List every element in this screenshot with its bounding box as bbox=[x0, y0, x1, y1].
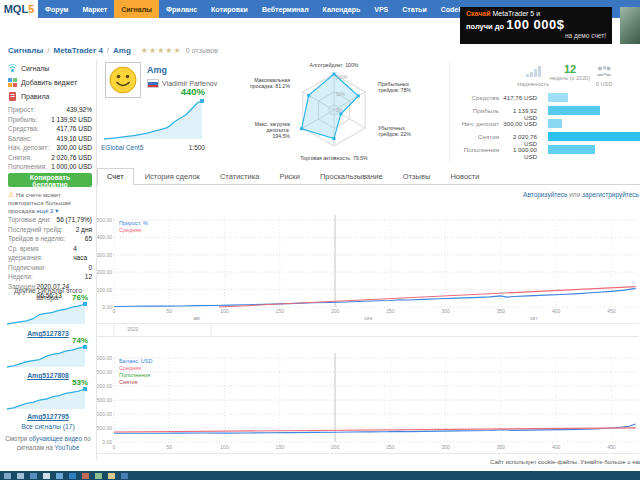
tab-statistics[interactable]: Статистика bbox=[211, 169, 268, 185]
signal-sparkline bbox=[4, 386, 88, 412]
register-link[interactable]: зарегистрируйтесь bbox=[582, 191, 639, 198]
tutorial-video-link[interactable]: обучающее видео bbox=[29, 435, 82, 442]
svg-text:просадка: 81.2%: просадка: 81.2% bbox=[250, 83, 290, 89]
warning-more-link[interactable]: ещё 2 ▾ bbox=[36, 207, 58, 214]
signal-sparkline bbox=[4, 344, 88, 370]
svg-text:0.00: 0.00 bbox=[102, 304, 112, 310]
drawdown-warning: ⚠ На счете может повториться большая про… bbox=[8, 191, 94, 215]
logo-text: MQL bbox=[4, 3, 28, 15]
all-signals-link[interactable]: Все сигналы (17) bbox=[4, 423, 92, 430]
taskbar-icon[interactable] bbox=[17, 473, 24, 479]
growth-sparkline bbox=[101, 98, 205, 142]
signal-sparkline bbox=[4, 301, 88, 327]
taskbar-icon[interactable] bbox=[95, 473, 102, 479]
tab-reviews[interactable]: Отзывы bbox=[394, 169, 439, 185]
mql5-logo[interactable]: MQL5 bbox=[0, 0, 38, 18]
russia-flag-icon bbox=[147, 79, 159, 88]
nav-item-calendar[interactable]: Календарь bbox=[316, 0, 368, 18]
reviews-count: 0 отзывов bbox=[186, 47, 218, 54]
sidebar-item-add-widget[interactable]: Добавить виджет bbox=[8, 76, 77, 88]
divider bbox=[449, 62, 450, 162]
signal-link[interactable]: Amg5127795 bbox=[4, 413, 92, 420]
svg-text:2020: 2020 bbox=[127, 326, 138, 332]
svg-text:150: 150 bbox=[276, 308, 285, 314]
svg-text:окт: окт bbox=[530, 315, 538, 321]
login-link[interactable]: Авторизуйтесь bbox=[523, 191, 567, 198]
svg-text:0.00: 0.00 bbox=[102, 439, 112, 445]
stat-row: Средства:417,76 USD bbox=[8, 124, 92, 134]
metatrader-ad-banner[interactable]: Скачай MetaTrader 5 и получи до 100 000$… bbox=[460, 7, 612, 44]
svg-text:400: 400 bbox=[552, 308, 561, 314]
nav-item-vps[interactable]: VPS bbox=[367, 0, 395, 18]
cookie-notice: Сайт использует cookie-файлы. Узнайте бо… bbox=[490, 459, 640, 465]
youtube-link[interactable]: YouTube bbox=[55, 444, 80, 451]
svg-text:100: 100 bbox=[220, 308, 229, 314]
rules-icon bbox=[8, 92, 17, 101]
nav-item-signals[interactable]: Сигналы bbox=[114, 0, 159, 18]
svg-text:0: 0 bbox=[113, 308, 116, 314]
taskbar-icon[interactable] bbox=[43, 473, 50, 479]
taskbar-icon[interactable] bbox=[121, 473, 128, 479]
reliability-label: Надежность bbox=[513, 81, 553, 88]
sidebar: Сигналы Добавить виджет Правила Прирост:… bbox=[0, 60, 96, 472]
taskbar-icon[interactable] bbox=[56, 473, 63, 479]
breadcrumb-mt4[interactable]: MetaTrader 4 bbox=[53, 46, 102, 55]
svg-text:300: 300 bbox=[441, 444, 450, 450]
svg-text:350: 350 bbox=[497, 444, 506, 450]
sidebar-item-label: Сигналы bbox=[21, 65, 49, 72]
svg-text:200: 200 bbox=[331, 308, 340, 314]
svg-text:трейдов: 22%: трейдов: 22% bbox=[378, 131, 411, 137]
svg-text:Средняя: Средняя bbox=[119, 227, 141, 233]
svg-text:150: 150 bbox=[276, 444, 285, 450]
svg-text:300.00: 300.00 bbox=[97, 252, 112, 258]
people-icon bbox=[595, 65, 613, 77]
tab-risks[interactable]: Риски bbox=[270, 169, 308, 185]
withdrawals-bar bbox=[548, 132, 640, 141]
svg-text:500.00: 500.00 bbox=[97, 425, 112, 431]
tab-account[interactable]: Счет bbox=[97, 168, 134, 186]
broker-link[interactable]: EGlobal Cent5 bbox=[101, 144, 143, 151]
svg-text:Торговая активность: 79.5%: Торговая активность: 79.5% bbox=[300, 155, 368, 161]
svg-text:Баланс, USD: Баланс, USD bbox=[119, 358, 152, 364]
deposit-row: Нач. депозит300,00 USD bbox=[451, 118, 640, 130]
tab-trade-history[interactable]: История сделок bbox=[136, 169, 209, 185]
sidebar-item-signals[interactable]: Сигналы bbox=[8, 62, 49, 74]
stat-row: Торговые дни:56 (71,79%) bbox=[8, 215, 92, 225]
nav-item-webterminal[interactable]: Вебтерминал bbox=[255, 0, 316, 18]
stat-row: Ср. время удержания:4 часа bbox=[8, 244, 92, 263]
svg-text:сен: сен bbox=[364, 315, 372, 321]
tab-news[interactable]: Новости bbox=[441, 169, 488, 185]
nav-item-freelance[interactable]: Фриланс bbox=[159, 0, 204, 18]
stat-row: Пополнения:1 000,00 USD bbox=[8, 162, 92, 172]
svg-text:200: 200 bbox=[331, 444, 340, 450]
svg-text:500.00: 500.00 bbox=[97, 217, 112, 223]
taskbar-icon[interactable] bbox=[4, 473, 11, 479]
breadcrumb-separator: / bbox=[47, 46, 49, 55]
nav-item-market[interactable]: Маркет bbox=[75, 0, 114, 18]
taskbar-icon[interactable] bbox=[69, 473, 76, 479]
svg-text:400.00: 400.00 bbox=[97, 234, 112, 240]
sidebar-item-rules[interactable]: Правила bbox=[8, 90, 49, 102]
reliability-icon bbox=[526, 65, 541, 77]
taskbar-icon[interactable] bbox=[108, 473, 115, 479]
ad-thumbnail[interactable] bbox=[620, 7, 640, 44]
svg-text:2 000.00: 2 000.00 bbox=[97, 383, 112, 389]
stat-row: Подписчики:0 bbox=[8, 263, 92, 273]
svg-text:Снятия: Снятия bbox=[119, 379, 138, 385]
taskbar-icon[interactable] bbox=[30, 473, 37, 479]
nav-item-articles[interactable]: Статьи bbox=[395, 0, 433, 18]
widget-icon bbox=[8, 78, 17, 87]
withdrawals-row: Снятия2 020,76 USD bbox=[451, 131, 640, 143]
ad-line2: получи до 100 000$ bbox=[466, 17, 606, 32]
breadcrumb-signal-name[interactable]: Amg bbox=[113, 46, 131, 55]
tab-slippage[interactable]: Проскальзывание bbox=[311, 169, 392, 185]
stat-row: Недели:12 bbox=[8, 272, 92, 282]
balance-chart: 3 000.002 500.002 000.001 500.001 000.00… bbox=[97, 352, 640, 456]
nav-item-forum[interactable]: Форум bbox=[38, 0, 75, 18]
taskbar-icon[interactable] bbox=[82, 473, 89, 479]
svg-text:1 000.00: 1 000.00 bbox=[97, 411, 112, 417]
nav-item-quotes[interactable]: Котировки bbox=[204, 0, 255, 18]
copy-free-button[interactable]: Копировать бесплатно bbox=[8, 173, 92, 187]
account-stats-list: Прирост:439,92% Прибыль:1 139,92 USD Сре… bbox=[8, 105, 92, 172]
breadcrumb-signals[interactable]: Сигналы bbox=[8, 46, 43, 55]
